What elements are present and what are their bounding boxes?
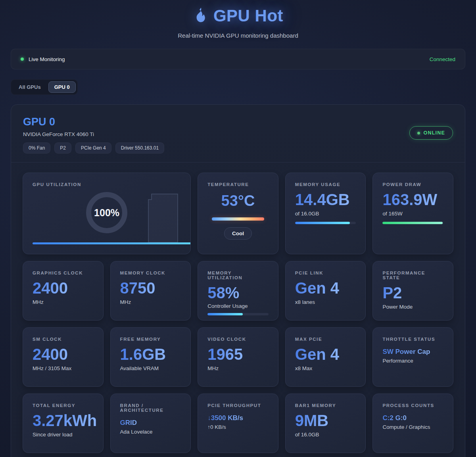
- card-label: POWER DRAW: [382, 182, 443, 187]
- free-memory-sub: Available VRAM: [120, 365, 181, 371]
- card-label: PROCESS COUNTS: [382, 403, 443, 408]
- tab-all-gpus[interactable]: All GPUs: [13, 81, 47, 93]
- gpu-utilization-card: GPU UTILIZATION 100%: [23, 173, 191, 254]
- brand-architecture-card: BRAND / ARCHITECTURE GRID Ada Lovelace: [110, 394, 191, 453]
- metric-cards-grid: GPU UTILIZATION 100% TEMPERATURE 53°C Co…: [11, 163, 465, 453]
- temperature-gradient-bar: [212, 217, 264, 221]
- utilization-gauge: 100%: [86, 192, 127, 233]
- memory-utilization-value: 58%: [207, 284, 239, 301]
- power-draw-value: 163.9W: [382, 191, 437, 208]
- app-header: GPU Hot Real-time NVIDIA GPU monitoring …: [0, 0, 476, 39]
- card-label: PERFORMANCE STATE: [382, 271, 443, 280]
- pstate-badge: P2: [54, 142, 71, 154]
- card-label: TEMPERATURE: [207, 182, 269, 187]
- memory-usage-sub: of 16.0GB: [295, 211, 356, 217]
- temperature-card: TEMPERATURE 53°C Cool: [198, 173, 278, 254]
- card-label: GRAPHICS CLOCK: [33, 271, 94, 275]
- memory-usage-bar: [295, 222, 350, 224]
- gpu-panel-header: GPU 0 NVIDIA GeForce RTX 4060 Ti 0% Fan …: [11, 105, 465, 163]
- live-monitoring-bar: Live Monitoring Connected: [11, 49, 465, 69]
- flame-icon: [193, 7, 208, 25]
- connection-status: Connected: [430, 56, 455, 62]
- sm-clock-value: 2400: [33, 346, 68, 363]
- online-status-badge: ONLINE: [409, 126, 453, 140]
- memory-clock-sub: MHz: [120, 299, 181, 305]
- page-title: GPU Hot: [213, 6, 283, 25]
- power-draw-sub: of 165W: [382, 211, 443, 217]
- gpu-badges: 0% Fan P2 PCIe Gen 4 Driver 550.163.01: [23, 142, 164, 154]
- throttle-status-card: THROTTLE STATUS SW Power Cap Performance: [372, 327, 453, 387]
- memory-utilization-card: MEMORY UTILIZATION 58% Controller Usage: [198, 261, 278, 321]
- tab-gpu-0[interactable]: GPU 0: [48, 81, 76, 93]
- driver-badge: Driver 550.163.01: [115, 142, 164, 154]
- memory-usage-card: MEMORY USAGE 14.4GB of 16.0GB: [285, 173, 366, 254]
- max-pcie-value: Gen 4: [295, 346, 339, 363]
- temperature-value: 53°C: [207, 192, 269, 209]
- graphics-clock-sub: MHz: [33, 299, 94, 305]
- pcie-badge: PCIe Gen 4: [75, 142, 111, 154]
- card-label: MEMORY UTILIZATION: [207, 271, 269, 280]
- card-label: VIDEO CLOCK: [207, 337, 269, 342]
- memory-clock-card: MEMORY CLOCK 8750 MHz: [110, 261, 191, 321]
- card-label: FREE MEMORY: [120, 337, 181, 342]
- performance-state-value: P2: [382, 284, 402, 301]
- video-clock-value: 1965: [207, 346, 243, 363]
- sm-clock-card: SM CLOCK 2400 MHz / 3105 Max: [23, 327, 104, 387]
- fan-badge: 0% Fan: [23, 142, 50, 154]
- pcie-link-value: Gen 4: [295, 280, 339, 296]
- pcie-tx-value: ↑0 KB/s: [207, 424, 269, 430]
- gpu-name: GPU 0: [23, 116, 164, 128]
- power-draw-card: POWER DRAW 163.9W of 165W: [372, 173, 453, 254]
- utilization-value: 100%: [94, 207, 119, 218]
- process-counts-sub: Compute / Graphics: [382, 424, 443, 430]
- pcie-link-sub: x8 lanes: [295, 299, 356, 305]
- memory-utilization-sub: Controller Usage: [207, 303, 269, 309]
- card-label: PCIE THROUGHPUT: [207, 403, 269, 408]
- pcie-throughput-card: PCIE THROUGHPUT ↓3500 KB/s ↑0 KB/s: [198, 394, 278, 453]
- pcie-link-card: PCIE LINK Gen 4 x8 lanes: [285, 261, 366, 321]
- card-label: TOTAL ENERGY: [33, 403, 94, 408]
- memory-utilization-bar: [207, 313, 243, 315]
- total-energy-sub: Since driver load: [33, 432, 94, 438]
- process-counts-value: C:2 G:0: [382, 414, 406, 422]
- throttle-status-value: SW Power Cap: [382, 348, 430, 356]
- brand-value: GRID: [120, 419, 137, 427]
- free-memory-card: FREE MEMORY 1.6GB Available VRAM: [110, 327, 191, 387]
- bar1-memory-card: BAR1 MEMORY 9MB of 16.0GB: [285, 394, 366, 453]
- card-label: MAX PCIE: [295, 337, 356, 342]
- page-subtitle: Real-time NVIDIA GPU monitoring dashboar…: [0, 32, 476, 39]
- max-pcie-sub: x8 Max: [295, 365, 356, 371]
- free-memory-value: 1.6GB: [120, 346, 166, 363]
- power-draw-bar: [382, 222, 443, 224]
- memory-usage-value: 14.4GB: [295, 191, 350, 208]
- online-dot: [417, 132, 420, 134]
- live-monitoring-label: Live Monitoring: [29, 56, 65, 62]
- video-clock-sub: MHz: [207, 365, 269, 371]
- memory-utilization-track: [207, 313, 269, 315]
- total-energy-card: TOTAL ENERGY 3.27kWh Since driver load: [23, 394, 104, 453]
- utilization-bar: [33, 242, 191, 244]
- gpu-panel: GPU 0 NVIDIA GeForce RTX 4060 Ti 0% Fan …: [11, 104, 465, 457]
- power-draw-track: [382, 222, 443, 224]
- performance-state-card: PERFORMANCE STATE P2 Power Mode: [372, 261, 453, 321]
- throttle-status-sub: Performance: [382, 358, 443, 364]
- gpu-model: NVIDIA GeForce RTX 4060 Ti: [23, 131, 164, 137]
- card-label: MEMORY CLOCK: [120, 271, 181, 275]
- memory-clock-value: 8750: [120, 280, 155, 296]
- video-clock-card: VIDEO CLOCK 1965 MHz: [198, 327, 278, 387]
- card-label: GPU UTILIZATION: [33, 182, 181, 187]
- graphics-clock-value: 2400: [33, 280, 68, 296]
- graphics-clock-card: GRAPHICS CLOCK 2400 MHz: [23, 261, 104, 321]
- process-counts-card: PROCESS COUNTS C:2 G:0 Compute / Graphic…: [372, 394, 453, 453]
- online-label: ONLINE: [424, 130, 445, 136]
- temperature-status-badge: Cool: [224, 227, 252, 240]
- max-pcie-card: MAX PCIE Gen 4 x8 Max: [285, 327, 366, 387]
- pcie-rx-value: ↓3500 KB/s: [207, 414, 243, 422]
- memory-usage-track: [295, 222, 356, 224]
- card-label: SM CLOCK: [33, 337, 94, 342]
- live-status-dot: [21, 58, 24, 61]
- bar1-memory-value: 9MB: [295, 412, 328, 429]
- total-energy-value: 3.27kWh: [33, 412, 97, 429]
- card-label: PCIE LINK: [295, 271, 356, 275]
- gpu-tabs: All GPUs GPU 0: [11, 79, 78, 95]
